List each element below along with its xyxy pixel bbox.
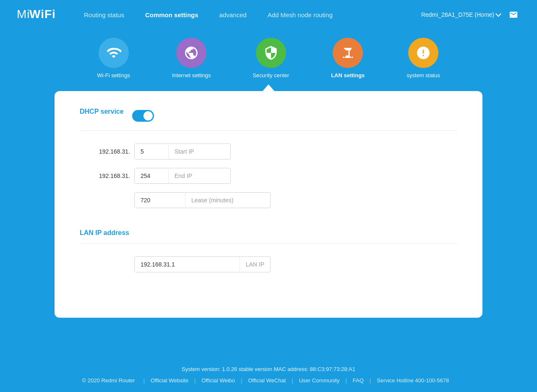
start-ip-label: Start IP <box>168 144 230 159</box>
menu-item-lan[interactable]: LAN settings <box>331 38 365 78</box>
lease-input[interactable] <box>135 193 185 208</box>
main-content-wrapper: DHCP service 192.168.31. Start IP 192.16… <box>0 91 537 353</box>
end-ip-input[interactable] <box>135 168 168 183</box>
dhcp-section: DHCP service 192.168.31. Start IP 192.16… <box>80 108 457 208</box>
footer-version: System version: 1.0.26 stable version MA… <box>17 366 520 372</box>
menu-item-internet[interactable]: Internet settings <box>172 38 211 78</box>
end-ip-input-group: End IP <box>134 168 231 184</box>
lease-row: Lease (minutes) <box>80 192 457 208</box>
lease-label: Lease (minutes) <box>185 193 270 208</box>
lan-ip-input[interactable] <box>135 257 240 272</box>
chevron-down-icon <box>495 11 501 17</box>
nav-advanced[interactable]: advanced <box>219 11 247 18</box>
wifi-label: Wi-Fi settings <box>97 72 130 78</box>
footer-copyright: © 2020 Redmi Router <box>82 377 135 384</box>
footer-link-official-weibo[interactable]: Official Weibo <box>196 377 241 384</box>
wifi-icon-circle <box>99 38 129 68</box>
nav-links: Routing status Common settings advanced … <box>84 11 421 18</box>
nav-routing-status[interactable]: Routing status <box>84 11 124 18</box>
header: Mi WiFi Routing status Common settings a… <box>0 0 537 29</box>
mail-icon[interactable] <box>507 8 520 21</box>
system-icon-circle <box>408 38 438 68</box>
svg-text:WiFi: WiFi <box>29 8 56 21</box>
system-label: system status <box>407 72 440 78</box>
icon-menu: Wi-Fi settings Internet settings Securit… <box>0 29 537 83</box>
footer-link-hotline[interactable]: Service Hotline 400-100-5678 <box>371 377 455 384</box>
logo-text: Mi WiFi <box>17 5 59 24</box>
arrow-indicator-row <box>0 83 537 91</box>
footer-link-official-website[interactable]: Official Website <box>145 377 194 384</box>
dhcp-header-row: DHCP service <box>80 108 457 124</box>
internet-label: Internet settings <box>172 72 211 78</box>
end-ip-row: 192.168.31. End IP <box>80 168 457 184</box>
lease-input-group: Lease (minutes) <box>134 192 271 208</box>
menu-item-security[interactable]: Security center <box>253 38 289 78</box>
footer-link-user-community[interactable]: User Community <box>293 377 346 384</box>
lan-ip-title: LAN IP address <box>80 229 129 236</box>
security-label: Security center <box>253 72 289 78</box>
menu-item-system[interactable]: system status <box>407 38 440 78</box>
nav-add-mesh[interactable]: Add Mesh node routing <box>268 11 333 18</box>
lan-label: LAN settings <box>331 72 365 78</box>
lan-ip-divider <box>80 243 457 244</box>
lan-icon-circle <box>333 38 363 68</box>
nav-right: Redmi_28A1_D75E (Home) <box>421 8 520 21</box>
lan-ip-label: LAN IP <box>240 257 270 272</box>
footer-link-faq[interactable]: FAQ <box>347 377 370 384</box>
main-card: DHCP service 192.168.31. Start IP 192.16… <box>55 91 482 318</box>
toggle-knob <box>143 111 153 120</box>
dhcp-divider <box>80 131 457 131</box>
logo[interactable]: Mi WiFi <box>17 5 59 24</box>
lan-ip-input-group: LAN IP <box>134 256 271 272</box>
footer-links: © 2020 Redmi Router | Official Website |… <box>17 377 520 384</box>
start-ip-prefix: 192.168.31. <box>80 148 130 155</box>
end-ip-label: End IP <box>168 168 230 183</box>
card-arrow-down <box>263 84 274 91</box>
device-name[interactable]: Redmi_28A1_D75E (Home) <box>421 11 501 18</box>
start-ip-input[interactable] <box>135 144 168 159</box>
footer: System version: 1.0.26 stable version MA… <box>0 353 537 392</box>
security-icon-circle <box>256 38 286 68</box>
footer-link-official-wechat[interactable]: Official WeChat <box>242 377 292 384</box>
lan-ip-section: LAN IP address LAN IP <box>80 229 457 272</box>
menu-item-wifi[interactable]: Wi-Fi settings <box>97 38 130 78</box>
internet-icon-circle <box>176 38 206 68</box>
start-ip-input-group: Start IP <box>134 144 231 159</box>
end-ip-prefix: 192.168.31. <box>80 172 130 179</box>
dhcp-toggle[interactable] <box>132 110 154 122</box>
nav-common-settings[interactable]: Common settings <box>145 11 198 18</box>
start-ip-row: 192.168.31. Start IP <box>80 144 457 159</box>
svg-text:Mi: Mi <box>17 8 30 21</box>
dhcp-title: DHCP service <box>80 108 124 115</box>
